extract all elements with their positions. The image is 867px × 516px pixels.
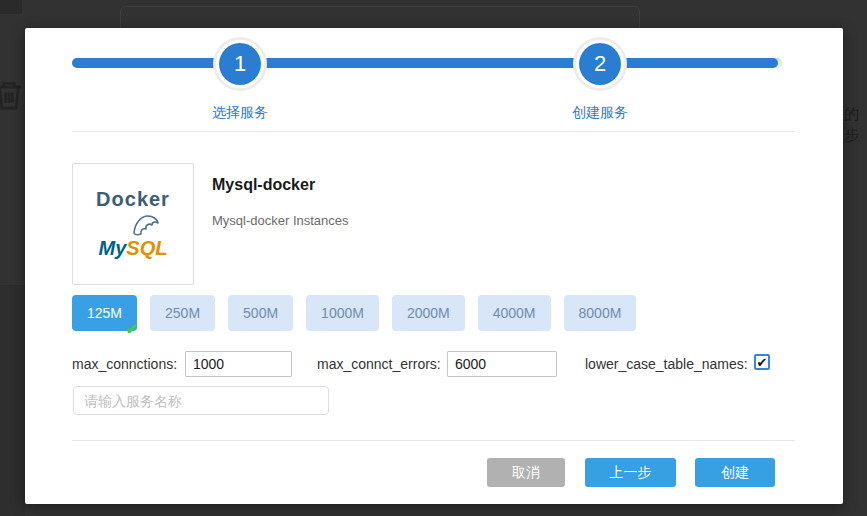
stepper-track [72, 58, 782, 68]
memory-option-500m[interactable]: 500M [228, 295, 293, 331]
footer-divider [72, 440, 795, 441]
service-title: Mysql-docker [212, 176, 315, 194]
docker-wordmark: Docker [96, 188, 170, 211]
selected-check-icon: ✔ [125, 320, 138, 338]
header-divider [72, 131, 795, 132]
background-dark-block [0, 0, 22, 14]
stepper-progress-fill [72, 58, 778, 68]
max-connect-errors-input[interactable] [447, 351, 557, 377]
background-left-panel [0, 285, 25, 516]
step-2-number: 2 [579, 43, 621, 85]
checkbox-check-icon: ✔ [757, 356, 768, 369]
memory-option-label: 250M [165, 305, 200, 321]
step-2-label: 创建服务 [540, 104, 660, 122]
mysql-wordmark-sql: SQL [126, 237, 167, 259]
memory-option-1000m[interactable]: 1000M [306, 295, 379, 331]
lower-case-table-names-label: lower_case_table_names: [585, 356, 748, 372]
memory-option-4000m[interactable]: 4000M [478, 295, 551, 331]
service-name-input[interactable] [73, 386, 329, 415]
memory-size-options: 125M ✔ 250M 500M 1000M 2000M 4000M 8000M [72, 295, 636, 331]
step-1-label: 选择服务 [180, 104, 300, 122]
service-subtitle: Mysql-docker Instances [212, 213, 349, 228]
memory-option-label: 2000M [407, 305, 450, 321]
trash-icon [0, 78, 25, 112]
mysql-wordmark-my: My [99, 237, 127, 259]
cancel-button[interactable]: 取消 [487, 458, 565, 487]
mysql-wordmark: MySQL [99, 237, 168, 260]
memory-option-label: 4000M [493, 305, 536, 321]
memory-option-125m[interactable]: 125M ✔ [72, 295, 137, 331]
max-connections-input[interactable] [185, 351, 292, 377]
max-connections-label: max_connctions: [72, 356, 177, 372]
create-button[interactable]: 创建 [695, 458, 775, 487]
memory-option-label: 1000M [321, 305, 364, 321]
create-service-dialog: 1 2 选择服务 创建服务 Docker MySQL Mysql-docker … [25, 28, 843, 504]
step-1-number: 1 [219, 43, 261, 85]
memory-option-2000m[interactable]: 2000M [392, 295, 465, 331]
memory-option-250m[interactable]: 250M [150, 295, 215, 331]
memory-option-label: 125M [87, 305, 122, 321]
memory-option-label: 8000M [579, 305, 622, 321]
memory-option-label: 500M [243, 305, 278, 321]
step-1-circle: 1 [213, 37, 267, 91]
mysql-docker-logo: Docker MySQL [72, 163, 194, 285]
lower-case-table-names-checkbox[interactable]: ✔ [754, 354, 770, 370]
memory-option-8000m[interactable]: 8000M [564, 295, 637, 331]
step-2-circle: 2 [573, 37, 627, 91]
previous-step-button[interactable]: 上一步 [585, 458, 676, 487]
max-connect-errors-label: max_connct_errors: [317, 356, 441, 372]
